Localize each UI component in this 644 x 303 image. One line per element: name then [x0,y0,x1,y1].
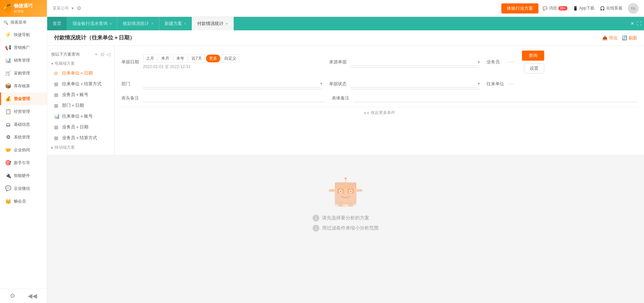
query-button[interactable]: 查询 [522,51,544,61]
filter-row-3: 表头备注 表体备注 [121,94,637,102]
collapse-bar[interactable]: ∧∧ 收起更多条件 [121,107,637,118]
tab-new-scheme[interactable]: 新建方案 × [159,17,192,30]
filter-group-salesman: 业务员 ··· 查询 设置 [487,51,637,73]
scheme-panel-header: 按以下方案查询 ＋ ⊙ ◁ [47,49,114,59]
app-download-btn[interactable]: 📱 App下载 [573,5,594,11]
salesman-label: 业务员 [487,59,505,65]
enterprise-icon: 🤝 [5,147,11,153]
scheme-item-salesman-account[interactable]: ▦ 业务员＋账号 [47,89,114,100]
refresh-label: 刷新 [628,35,637,41]
tab-pay-stats-label: 付款情况统计 [197,21,224,27]
scheme-settings-icon[interactable]: ⊙ [100,52,105,57]
source-select-wrap[interactable]: ▾ [351,57,480,68]
tab-pay-stats-close[interactable]: × [226,22,228,26]
chevron-right-icon: ▸ [51,145,53,150]
messages-btn[interactable]: 💬 消息 99+ [543,5,567,11]
tab-payment-stats-close[interactable]: × [151,22,153,26]
capital-icon: 💰 [5,96,11,102]
collapse-button[interactable]: ∧∧ 收起更多条件 [363,110,395,116]
date-btn-7days[interactable]: 近7天 [188,54,205,63]
sidebar-item-sales[interactable]: 📊 销售管理 [0,54,47,67]
quick-nav-icon: ⚡ [5,32,11,38]
scheme-desktop-section[interactable]: ▾ 电脑端方案 [47,59,114,68]
chevron-up-icon: ∧∧ [363,111,370,115]
app-name: 畅捷通巧 [14,3,33,9]
header-note-input[interactable] [143,94,325,102]
phone-icon: 📱 [573,6,578,11]
settings-footer-icon[interactable]: ⚙ [10,292,15,300]
tab-bank-flow[interactable]: 现金银行流水查询 × [67,17,117,30]
date-btn-this-month[interactable]: 本月 [158,54,172,63]
scheme-item-partner-date[interactable]: ⊙ 往来单位＋日期 [47,68,114,79]
sidebar-search[interactable]: 🔍 搜索菜单 [0,17,47,28]
scheme-grid-icon4: ▦ [54,124,60,130]
scheme-collapse-icon[interactable]: ◁ [107,52,110,57]
scheme-item-salesman-date[interactable]: ▦ 业务员＋日期 [47,122,114,132]
topbar-dropdown-icon[interactable]: ▾ [71,6,74,11]
dept-select[interactable] [143,80,320,88]
sidebar-item-basic-info[interactable]: 🗂 基础信息 [0,118,47,131]
trial-button[interactable]: 体验行业方案 [501,3,538,13]
app-download-label: App下载 [579,5,594,11]
tab-new-scheme-close[interactable]: × [184,22,186,26]
date-btn-more[interactable]: 更多 [206,55,220,62]
scheme-mobile-section[interactable]: ▸ 移动端方案 [47,143,114,152]
tab-payment-stats[interactable]: 收款情况统计 × [117,17,159,30]
user-avatar[interactable]: Rit [628,3,639,14]
sidebar-item-system[interactable]: ⚙ 系统管理 [0,131,47,144]
sidebar-item-capital[interactable]: 💰 资金管理 [0,92,47,105]
dept-arrow-icon: ▾ [320,81,322,86]
collapse-sidebar-icon[interactable]: ◀◀ [28,292,37,300]
sidebar-item-enterprise[interactable]: 🤝 企业协同 [0,144,47,156]
filter-group-doc-status: 单据状态 ▾ [329,78,480,89]
date-btn-last-month[interactable]: 上月 [143,54,157,63]
filter-group-dept: 部门 ▾ [121,78,322,89]
body-note-label: 表体备注 [332,95,351,101]
scheme-active-icon: ⊙ [54,70,60,76]
online-service-btn[interactable]: 🎧 在线客服 [600,5,622,11]
date-options: 上月 本月 本年 近7天 更多 自定义 [143,54,239,63]
refresh-button[interactable]: 🔄 刷新 [622,35,637,41]
tab-close-all-icon[interactable]: × [631,21,634,27]
topbar-settings-icon[interactable]: ⚙ [77,5,81,11]
sidebar-item-member[interactable]: 👑 畅会员 [0,195,47,208]
sidebar-item-quick-nav[interactable]: ⚡ 快捷导航 [0,28,47,41]
sidebar-header: 🍊 畅捷通巧 标准版 [0,0,47,17]
dept-select-wrap[interactable]: ▾ [143,78,322,89]
export-button[interactable]: 📤 导出 [602,35,618,41]
scheme-item-partner-account[interactable]: 📊 往来单位＋账号 [47,111,114,122]
source-select[interactable] [351,58,477,66]
scheme-item-partner-settlement[interactable]: ▦ 往来单位＋结算方式 [47,79,114,89]
scheme-add-icon[interactable]: ＋ [94,51,98,57]
sidebar-item-weixin[interactable]: 💬 企业微信 [0,182,47,195]
sidebar-item-marketing[interactable]: 📢 营销推广 [0,41,47,54]
scheme-grid-icon: ▦ [54,81,60,87]
sidebar-item-operations[interactable]: 📋 经营管理 [0,105,47,118]
operations-icon: 📋 [5,109,11,115]
marketing-icon: 📢 [5,44,11,51]
svg-rect-14 [348,203,353,207]
sidebar-item-hardware[interactable]: 🔌 智能硬件 [0,169,47,182]
settings-button[interactable]: 设置 [524,63,544,73]
body-note-input[interactable] [353,94,637,102]
scheme-item-salesman-settlement[interactable]: ▦ 业务员＋结算方式 [47,132,114,143]
tab-bank-flow-close[interactable]: × [110,22,112,26]
date-label: 单据日期 [121,59,140,65]
svg-point-10 [345,177,347,179]
doc-status-select-wrap[interactable]: ▾ [351,78,480,89]
tabbar-controls: × ⛶ [628,17,644,30]
sidebar-item-guide[interactable]: 🎯 新手引导 [0,156,47,169]
partner-dots[interactable]: ··· [508,81,515,87]
tab-home[interactable]: 首页 [47,17,67,30]
doc-status-select[interactable] [351,80,477,88]
tab-pay-stats[interactable]: 付款情况统计 × [192,17,233,30]
tab-maximize-icon[interactable]: ⛶ [637,21,641,26]
sidebar-item-label: 新手引导 [14,160,30,166]
sidebar-item-inventory[interactable]: 📦 库存核算 [0,80,47,92]
sidebar-item-purchase[interactable]: 🛒 采购管理 [0,67,47,80]
scheme-item-dept-date[interactable]: ▦ 部门＋日期 [47,100,114,111]
scheme-grid-icon3: ▦ [54,103,60,108]
date-btn-this-year[interactable]: 本年 [173,54,187,63]
date-btn-custom[interactable]: 自定义 [221,54,239,63]
salesman-dots[interactable]: ··· [508,59,515,65]
